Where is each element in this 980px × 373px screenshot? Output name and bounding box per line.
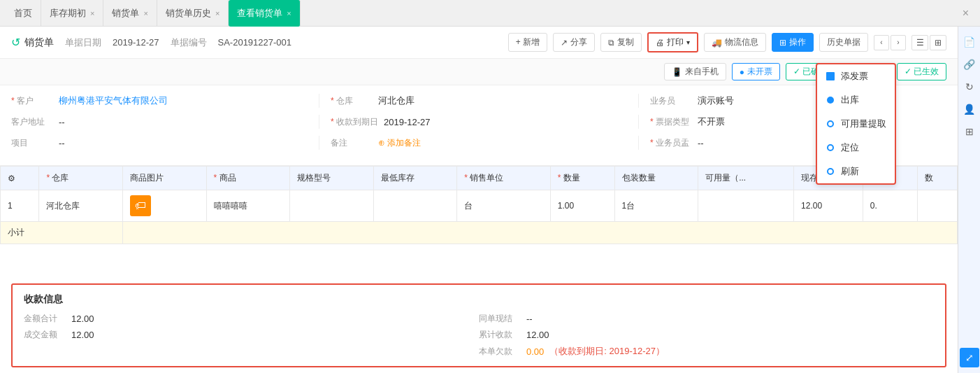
doc-title: ↺ 销货单 bbox=[11, 36, 54, 49]
close-tab-history[interactable]: × bbox=[215, 9, 219, 17]
from-phone-button[interactable]: 📱 来自手机 bbox=[664, 63, 726, 80]
col-unit: 销售单位 bbox=[457, 167, 550, 190]
close-tab-inventory[interactable]: × bbox=[90, 9, 94, 17]
copy-icon: ⧉ bbox=[608, 38, 614, 48]
due-date-value: 2019-12-27 bbox=[384, 117, 431, 127]
customer-value[interactable]: 柳州粤港平安气体有限公司 bbox=[59, 94, 168, 107]
document-header: ↺ 销货单 单据日期 2019-12-27 单据编号 SA-20191227-0… bbox=[0, 27, 958, 59]
amount-total-label: 金额合计 bbox=[24, 313, 66, 325]
col-min-stock: 最低库存 bbox=[373, 167, 457, 190]
operations-dropdown: 添发票 出库 可用量提取 定位 刷新 bbox=[816, 63, 896, 185]
customer-field: 客户 柳州粤港平安气体有限公司 bbox=[11, 94, 308, 107]
copy-button[interactable]: ⧉ 复制 bbox=[600, 33, 642, 52]
cumulative-row: 累计收款 12.00 bbox=[479, 329, 934, 341]
sales-order-icon: ↺ bbox=[11, 36, 20, 49]
print-dropdown-icon: ▾ bbox=[686, 38, 690, 46]
balance-row: 本单欠款 0.00 （收款到期日: 2019-12-27） bbox=[479, 345, 934, 358]
warehouse-label: 仓库 bbox=[331, 95, 373, 107]
payment-info-section: 收款信息 金额合计 12.00 成交金额 12.00 同单现结 -- bbox=[11, 283, 946, 367]
row-extra bbox=[917, 190, 957, 222]
row-stock: 12.00 bbox=[794, 190, 863, 222]
circle-icon: ● bbox=[740, 67, 744, 77]
warehouse-field: 仓库 河北仓库 bbox=[331, 94, 627, 107]
amount-total-value: 12.00 bbox=[71, 314, 94, 324]
refresh-item[interactable]: 刷新 bbox=[817, 160, 895, 183]
cumulative-label: 累计收款 bbox=[479, 329, 521, 341]
history-button[interactable]: 历史单据 bbox=[819, 33, 868, 52]
doc-actions: + 新增 ↗ 分享 ⧉ 复制 🖨 打印 ▾ 🚚 物流信息 bbox=[508, 32, 946, 52]
address-field: 客户地址 -- bbox=[11, 116, 308, 128]
tab-home[interactable]: 首页 bbox=[6, 0, 41, 27]
sidebar-link-icon[interactable]: 🔗 bbox=[960, 55, 979, 74]
share-button[interactable]: ↗ 分享 bbox=[553, 33, 595, 52]
col-warehouse: 仓库 bbox=[39, 167, 123, 190]
out-warehouse-icon bbox=[826, 95, 835, 105]
not-open-button[interactable]: ● 未开票 bbox=[732, 63, 780, 80]
grid-icon: ⊞ bbox=[779, 38, 786, 48]
balance-value: 0.00 bbox=[526, 346, 544, 357]
project-field: 项目 -- bbox=[11, 137, 308, 149]
row-product-img: 🏷 bbox=[123, 190, 207, 222]
doc-meta: 单据日期 2019-12-27 单据编号 SA-20191227-001 bbox=[65, 36, 291, 49]
col-settings[interactable]: ⚙ bbox=[1, 167, 39, 190]
next-button[interactable]: › bbox=[891, 35, 906, 50]
logistics-icon: 🚚 bbox=[712, 38, 722, 48]
close-tab-sales[interactable]: × bbox=[143, 9, 147, 17]
add-invoice-icon bbox=[826, 71, 835, 81]
print-button[interactable]: 🖨 打印 ▾ bbox=[647, 32, 698, 52]
product-image: 🏷 bbox=[130, 195, 151, 216]
staff-field: 业务员 演示账号 bbox=[650, 94, 946, 107]
sidebar-doc-icon[interactable]: 📄 bbox=[960, 32, 979, 52]
col-extra: 数 bbox=[917, 167, 957, 190]
tab-bar: 首页 库存期初 × 销货单 × 销货单历史 × 查看销货单 × × bbox=[0, 0, 980, 27]
list-view-button[interactable]: ☰ bbox=[911, 35, 928, 50]
sidebar-expand-icon[interactable]: ⤢ bbox=[960, 348, 979, 367]
locate-item[interactable]: 定位 bbox=[817, 136, 895, 160]
amount-total-row: 金额合计 12.00 bbox=[24, 313, 479, 325]
staff-label: 业务员 bbox=[650, 95, 692, 107]
due-date-field: 收款到期日 2019-12-27 bbox=[331, 116, 627, 128]
grid-view-button[interactable]: ⊞ bbox=[930, 35, 946, 50]
same-order-value: -- bbox=[526, 314, 533, 324]
out-warehouse-item[interactable]: 出库 bbox=[817, 88, 895, 112]
close-tab-view[interactable]: × bbox=[287, 9, 291, 17]
global-close-button[interactable]: × bbox=[957, 7, 974, 20]
payment-title: 收款信息 bbox=[24, 293, 934, 306]
col-product-img: 商品图片 bbox=[123, 167, 207, 190]
project-value: -- bbox=[59, 138, 65, 148]
locate-icon bbox=[826, 143, 835, 153]
logistics-button[interactable]: 🚚 物流信息 bbox=[704, 33, 766, 52]
new-button[interactable]: + 新增 bbox=[508, 33, 547, 52]
deal-amount-value: 12.00 bbox=[71, 330, 94, 340]
sidebar-rotate-icon[interactable]: ↻ bbox=[960, 77, 979, 97]
tab-view-sales[interactable]: 查看销货单 × bbox=[229, 0, 300, 27]
tab-sales-order[interactable]: 销货单 × bbox=[103, 0, 157, 27]
row-min-stock bbox=[373, 190, 457, 222]
row-unit: 台 bbox=[457, 190, 550, 222]
due-date-label: 收款到期日 bbox=[331, 116, 378, 128]
balance-label: 本单欠款 bbox=[479, 346, 521, 358]
doc-type-label: 销货单 bbox=[24, 36, 54, 49]
form-section: 客户 柳州粤港平安气体有限公司 仓库 河北仓库 业务员 演示账号 客户地址 -- bbox=[0, 85, 958, 166]
deal-amount-row: 成交金额 12.00 bbox=[24, 329, 479, 341]
operations-button[interactable]: ⊞ 操作 bbox=[772, 33, 814, 52]
tab-inventory-init[interactable]: 库存期初 × bbox=[41, 0, 103, 27]
prev-button[interactable]: ‹ bbox=[874, 35, 889, 50]
add-invoice-item[interactable]: 添发票 bbox=[817, 64, 895, 88]
staff2-field: 业务员盂 -- bbox=[650, 137, 946, 149]
tab-sales-history[interactable]: 销货单历史 × bbox=[157, 0, 229, 27]
sidebar-grid-icon[interactable]: ⊞ bbox=[960, 122, 979, 141]
staff-value: 演示账号 bbox=[698, 94, 734, 107]
refresh-icon bbox=[826, 167, 835, 176]
row-warehouse: 河北仓库 bbox=[39, 190, 123, 222]
available-extract-item[interactable]: 可用量提取 bbox=[817, 112, 895, 136]
customer-label: 客户 bbox=[11, 95, 53, 107]
effective-badge: ✓ 已生效 bbox=[897, 63, 946, 80]
col-available: 可用量（... bbox=[698, 167, 794, 190]
staff2-value: -- bbox=[698, 138, 704, 148]
sidebar-user-icon[interactable]: 👤 bbox=[960, 99, 979, 119]
col-spec: 规格型号 bbox=[290, 167, 374, 190]
ticket-type-field: 票据类型 不开票 bbox=[650, 115, 946, 128]
add-note-button[interactable]: ⊕ 添加备注 bbox=[378, 137, 421, 149]
table-row: 1 河北仓库 🏷 嘻嘻嘻嘻 台 1.00 1台 bbox=[1, 190, 958, 222]
